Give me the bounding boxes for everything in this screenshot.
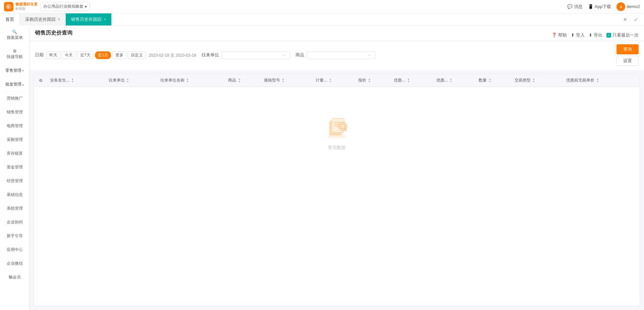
sort-icon: ▲▼ xyxy=(489,78,491,83)
logo-icon: G xyxy=(4,2,13,11)
tab-home[interactable]: 首页 xyxy=(0,13,20,25)
sidebar-item-beginner-guide[interactable]: 新手引导 xyxy=(0,229,29,243)
product-input[interactable] xyxy=(310,53,366,58)
sidebar-item-marketing[interactable]: 营销推广 xyxy=(0,92,29,105)
th-discount1[interactable]: 优惠... ▲▼ xyxy=(391,74,434,87)
search-icon: 🔍 xyxy=(12,30,17,34)
th-product[interactable]: 商品 ▲▼ xyxy=(225,74,261,87)
message-btn[interactable]: 💬 消息 xyxy=(567,4,583,10)
sidebar-item-retail-mgmt[interactable]: 零售管理 ▾ xyxy=(0,64,29,78)
settings-button[interactable]: 设置 xyxy=(616,56,639,66)
date-range-display: 2023-02-18 至 2023-03-18 xyxy=(149,53,196,58)
sidebar-item-enterprise-wechat[interactable]: 企业微信 xyxy=(0,257,29,270)
sidebar-enterprise-collab-label: 企业协同 xyxy=(7,219,23,225)
th-unit[interactable]: 计量... ▲▼ xyxy=(313,74,356,87)
partner-filter-label: 往来单位 xyxy=(202,52,219,58)
tab-sales-history-label: 销售历史价跟踪 xyxy=(71,16,102,22)
sidebar-item-ecommerce-mgmt[interactable]: 电商管理 xyxy=(0,119,29,133)
table-container: ⚙ 业务发生... ▲▼ 往来单位 ▲▼ 往来单位名称 ▲▼ xyxy=(34,74,640,306)
th-spec-label: 规格型号 xyxy=(264,78,280,83)
import-btn[interactable]: ⬆ 导入 xyxy=(571,32,585,38)
date-btn-more[interactable]: 更多 xyxy=(112,51,126,59)
export-btn[interactable]: ⬇ 导出 xyxy=(589,32,602,38)
th-pretax-price[interactable]: 优惠前无税单价 ▲▼ xyxy=(564,74,640,87)
th-biz-date[interactable]: 业务发生... ▲▼ xyxy=(47,74,106,87)
only-last-checkbox[interactable]: 只看最后一次 xyxy=(606,32,639,38)
sidebar-item-sales-mgmt[interactable]: 销售管理 xyxy=(0,105,29,119)
sidebar-system-mgmt-label: 系统管理 xyxy=(7,206,23,211)
th-discount1-label: 优惠... xyxy=(394,78,405,83)
table-header-row: ⚙ 业务发生... ▲▼ 往来单位 ▲▼ 往来单位名称 ▲▼ xyxy=(34,74,640,87)
date-btn-today[interactable]: 今天 xyxy=(62,51,76,59)
tab-sales-history-close[interactable]: × xyxy=(104,17,106,22)
th-partner-name-label: 往来单位名称 xyxy=(160,78,184,83)
help-icon: ❓ xyxy=(551,33,557,38)
sidebar-item-search-menu[interactable]: 🔍 搜索菜单 xyxy=(0,25,29,45)
partner-input-wrapper[interactable]: ··· xyxy=(222,51,290,59)
date-filter-group: 日期 昨天 今天 近7天 近1月 更多 自定义 2023-02-18 至 202… xyxy=(35,51,196,59)
checkbox-icon xyxy=(606,33,611,38)
app-download-btn[interactable]: 📱 App下载 xyxy=(588,4,611,10)
user-profile[interactable]: d demo2 xyxy=(616,2,640,11)
sidebar-quick-nav-label: 快捷导航 xyxy=(7,54,23,60)
tab-sales-history[interactable]: 销售历史价跟踪 × xyxy=(66,13,112,25)
tab-purchase-history[interactable]: 采购历史价跟踪 × xyxy=(20,13,66,25)
chevron-down-icon: ▾ xyxy=(22,69,24,72)
sidebar-item-app-center[interactable]: 应用中心 xyxy=(0,243,29,257)
sidebar-purchase-mgmt-label: 采购管理 xyxy=(7,137,23,143)
date-filter-label: 日期 xyxy=(35,52,44,58)
product-input-dots[interactable]: ··· xyxy=(366,53,372,57)
close-all-tabs-btn[interactable]: ✕ xyxy=(621,15,629,23)
date-btn-7days[interactable]: 近7天 xyxy=(77,51,94,59)
sidebar-item-quick-nav[interactable]: ⊞ 快捷导航 xyxy=(0,45,29,64)
th-partner-name[interactable]: 往来单位名称 ▲▼ xyxy=(158,74,225,87)
th-discount2[interactable]: 优惠... ▲▼ xyxy=(434,74,476,87)
sort-icon: ▲▼ xyxy=(407,78,410,83)
sidebar-item-system-mgmt[interactable]: 系统管理 xyxy=(0,202,29,215)
product-input-wrapper[interactable]: ··· xyxy=(307,51,375,59)
th-quote-label: 报价 xyxy=(358,78,366,83)
sidebar-item-finance-mgmt[interactable]: 资金管理 xyxy=(0,160,29,174)
help-label: 帮助 xyxy=(558,32,567,38)
date-btn-yesterday[interactable]: 昨天 xyxy=(46,51,60,59)
sidebar-item-inventory-check[interactable]: 库存核算 xyxy=(0,147,29,160)
th-partner-code[interactable]: 往来单位 ▲▼ xyxy=(106,74,158,87)
date-btn-1month[interactable]: 近1月 xyxy=(95,51,111,59)
sidebar-item-basic-info[interactable]: 基础信息 xyxy=(0,188,29,202)
partner-input-dots[interactable]: ··· xyxy=(281,53,287,57)
export-icon: ⬇ xyxy=(589,33,592,38)
th-settings[interactable]: ⚙ xyxy=(34,74,47,87)
partner-input[interactable] xyxy=(225,53,281,58)
th-trade-type-label: 交易类型 xyxy=(515,78,531,83)
app-selector[interactable]: 办公用品行业模拟账套 ▾ xyxy=(40,2,90,11)
th-quote[interactable]: 报价 ▲▼ xyxy=(356,74,391,87)
sort-icon: ▲▼ xyxy=(329,78,332,83)
sort-icon: ▲▼ xyxy=(449,78,452,83)
sort-icon: ▲▼ xyxy=(532,78,535,83)
query-button[interactable]: 查询 xyxy=(616,44,639,54)
th-trade-type[interactable]: 交易类型 ▲▼ xyxy=(512,74,564,87)
sidebar-item-member[interactable]: 畅会员 xyxy=(0,270,29,284)
sidebar-wholesale-mgmt-label: 批发管理 xyxy=(5,82,21,87)
sidebar-item-enterprise-collab[interactable]: 企业协同 xyxy=(0,215,29,229)
user-name: demo2 xyxy=(627,4,640,9)
date-buttons: 昨天 今天 近7天 近1月 更多 自定义 xyxy=(46,51,146,59)
sidebar-app-center-label: 应用中心 xyxy=(7,247,23,253)
expand-btn[interactable]: ⤢ xyxy=(632,15,640,23)
empty-state: 暂无数据 xyxy=(34,87,640,177)
message-icon: 💬 xyxy=(567,4,573,9)
th-quantity[interactable]: 数量 ▲▼ xyxy=(476,74,512,87)
sort-icon: ▲▼ xyxy=(126,78,129,83)
sidebar-item-wholesale-mgmt[interactable]: 批发管理 ▴ xyxy=(0,78,29,91)
tab-purchase-history-close[interactable]: × xyxy=(58,17,60,22)
chevron-up-icon: ▴ xyxy=(22,83,24,86)
sidebar-member-label: 畅会员 xyxy=(9,274,21,280)
help-btn[interactable]: ❓ 帮助 xyxy=(551,32,567,38)
sidebar-item-business-mgmt[interactable]: 经营管理 xyxy=(0,174,29,188)
only-last-label: 只看最后一次 xyxy=(612,32,639,38)
sidebar-item-purchase-mgmt[interactable]: 采购管理 xyxy=(0,133,29,147)
import-label: 导入 xyxy=(576,32,585,38)
empty-state-text: 暂无数据 xyxy=(328,145,345,151)
th-spec[interactable]: 规格型号 ▲▼ xyxy=(261,74,313,87)
date-btn-custom[interactable]: 自定义 xyxy=(128,51,146,59)
